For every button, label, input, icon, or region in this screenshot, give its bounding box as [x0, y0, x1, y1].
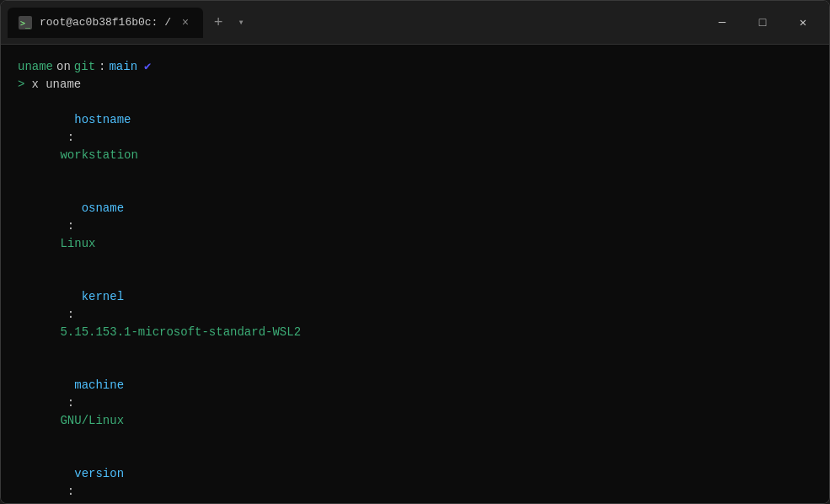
output-hostname: hostname : workstation — [18, 94, 812, 182]
prompt-line-1: uname on git : main ✔ — [18, 58, 812, 76]
prompt-arrow: > — [18, 76, 24, 94]
osname-colon: : — [60, 219, 81, 233]
prompt-user-1: uname — [18, 58, 53, 76]
svg-text:>_: >_ — [20, 19, 31, 29]
maximize-button[interactable]: □ — [743, 9, 782, 36]
terminal-window: >_ root@ac0b38f16b0c: / × + ▾ ─ □ ✕ unam… — [0, 0, 830, 504]
terminal-icon: >_ — [18, 15, 33, 30]
version-val: #1 SMP Fri Mar 29 23:14:13 UTC 2024 x86_… — [60, 502, 456, 503]
new-tab-button[interactable]: + — [206, 11, 230, 35]
prompt-on-1: on — [56, 58, 71, 76]
hostname-key: hostname — [60, 111, 161, 129]
machine-val: GNU/Linux — [60, 414, 124, 427]
kernel-val: 5.15.153.1-microsoft-standard-WSL2 — [60, 325, 301, 339]
titlebar: >_ root@ac0b38f16b0c: / × + ▾ ─ □ ✕ — [1, 1, 829, 45]
machine-colon: : — [60, 396, 81, 410]
prompt-git-1: git — [74, 58, 95, 76]
minimize-button[interactable]: ─ — [703, 9, 742, 36]
tab-active[interactable]: >_ root@ac0b38f16b0c: / × — [8, 8, 203, 38]
command-line: > x uname — [18, 76, 812, 94]
output-machine: machine : GNU/Linux — [18, 359, 812, 448]
machine-key: machine — [60, 377, 161, 394]
output-kernel: kernel : 5.15.153.1-microsoft-standard-W… — [18, 271, 812, 359]
prompt-colon-1: : — [99, 58, 105, 76]
hostname-val: workstation — [60, 148, 137, 162]
prompt-check-1: ✔ — [144, 58, 151, 76]
command-text: x uname — [31, 76, 81, 94]
output-version: version : #1 SMP Fri Mar 29 23:14:13 UTC… — [18, 448, 812, 503]
prompt-branch-1: main — [109, 58, 137, 76]
version-colon: : — [60, 485, 81, 498]
close-window-button[interactable]: ✕ — [784, 9, 822, 36]
tab-area: >_ root@ac0b38f16b0c: / × + ▾ — [8, 8, 703, 38]
window-controls: ─ □ ✕ — [703, 9, 822, 36]
kernel-key: kernel — [60, 288, 161, 306]
output-osname: osname : Linux — [18, 182, 812, 271]
terminal-body[interactable]: uname on git : main ✔ > x uname hostname… — [1, 45, 829, 503]
osname-key: osname — [60, 200, 161, 217]
tab-title: root@ac0b38f16b0c: / — [40, 16, 171, 29]
tab-dropdown-button[interactable]: ▾ — [232, 13, 250, 32]
kernel-colon: : — [60, 308, 81, 321]
version-key: version — [60, 465, 161, 483]
osname-val: Linux — [60, 237, 95, 250]
tab-close-button[interactable]: × — [178, 15, 193, 30]
hostname-colon: : — [60, 131, 81, 144]
